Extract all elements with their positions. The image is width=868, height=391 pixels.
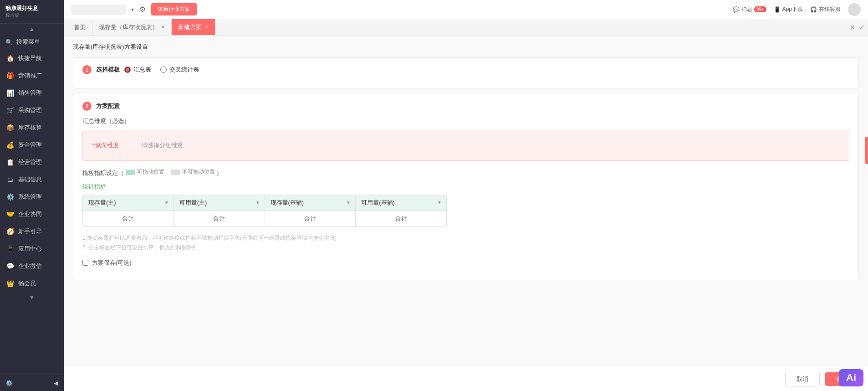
sidebar-scroll-up[interactable]: ▲: [0, 24, 64, 34]
online-service-btn[interactable]: 🎧 在线客服: [810, 5, 841, 13]
sidebar-item-new-guide[interactable]: 🧭 新手引导: [0, 223, 64, 240]
sidebar-item-app-center[interactable]: 📱 应用中心: [0, 240, 64, 257]
ai-badge[interactable]: Ai: [839, 369, 863, 386]
sidebar-item-sales[interactable]: 📊 销售管理: [0, 84, 64, 102]
handshake-icon: 🤝: [5, 211, 15, 218]
step2-card: 2 方案配置 汇总维度（必选） *纵向维度 —— 请选择分组维度 模板指标设定（: [73, 94, 859, 280]
sidebar-item-label: 应用中心: [18, 245, 42, 253]
radio-summary[interactable]: 汇总表: [124, 66, 151, 74]
sidebar-item-members[interactable]: 👑 畅会员: [0, 275, 64, 292]
user-avatar[interactable]: [848, 3, 861, 16]
mobile-icon: 📱: [5, 245, 15, 252]
tabs-bar: 首页 现存量（库存状况表） ✕ 新建方案 ✕ ✕ ⤢: [64, 19, 868, 36]
save-option-label: 方案保存(可选): [92, 259, 132, 267]
wechat-icon: 💬: [5, 262, 15, 270]
stats-col-4-arrow[interactable]: ▾: [438, 200, 441, 206]
stats-col-1-label: 现存量(主): [88, 199, 116, 207]
gift-icon: 🎁: [5, 72, 15, 79]
sales-icon: 📊: [5, 89, 15, 97]
sidebar-item-enterprise-wechat[interactable]: 💬 企业微信: [0, 257, 64, 275]
step1-title: 选择模板: [96, 66, 120, 74]
right-scroll-handle[interactable]: [865, 137, 868, 164]
legend-non-draggable: 不可拖动位置: [171, 168, 215, 176]
topbar-search-input[interactable]: [71, 5, 126, 15]
stats-col-2-header[interactable]: 可用量(主) ▾: [174, 195, 265, 211]
sidebar-item-operations[interactable]: 📋 经营管理: [0, 154, 64, 171]
tab-inventory-label: 现存量（库存状况表）: [99, 23, 158, 31]
folder-icon: 🗂: [5, 176, 15, 183]
sidebar-item-system[interactable]: ⚙️ 系统管理: [0, 188, 64, 206]
stats-table: 现存量(主) ▾ 可用量(主) ▾ 现存量(基辅: [82, 195, 447, 227]
app-download-label: App下载: [782, 5, 803, 13]
sidebar-item-inventory[interactable]: 📦 库存核算: [0, 119, 64, 136]
stats-col-4-header[interactable]: 可用量(基辅) ▾: [356, 195, 446, 211]
dimension-area[interactable]: *纵向维度 —— 请选择分组维度: [82, 130, 849, 161]
radio-cross-input[interactable]: [160, 67, 167, 73]
radio-cross-label: 交叉统计表: [169, 66, 199, 74]
message-btn[interactable]: 💬 消息 99+: [733, 5, 766, 13]
tab-close-btn[interactable]: ✕: [850, 24, 855, 31]
gear-icon: ⚙️: [5, 193, 15, 201]
tab-home[interactable]: 首页: [67, 19, 92, 35]
step1-number: 1: [82, 65, 92, 74]
stats-col-4-label: 可用量(基辅): [361, 199, 395, 207]
stats-col-4: 可用量(基辅) ▾: [356, 195, 446, 211]
sidebar-item-finance[interactable]: 💰 资金管理: [0, 136, 64, 154]
stats-col-1-header[interactable]: 现存量(主) ▾: [83, 195, 174, 211]
headset-icon: 🎧: [810, 6, 817, 13]
sidebar-item-label: 快捷导航: [18, 54, 42, 62]
stats-table-body: 合计 合计 合计 合计: [83, 211, 446, 226]
save-checkbox[interactable]: [82, 260, 88, 266]
home-icon: 🏠: [5, 55, 15, 62]
save-option: 方案保存(可选): [82, 253, 849, 273]
non-draggable-label: 不可拖动位置: [182, 168, 215, 176]
sidebar-item-label: 新手引导: [18, 227, 42, 236]
indicator-legend: 可拖动位置 不可拖动位置: [126, 168, 215, 176]
stats-body-col-1-value: 合计: [83, 211, 174, 226]
money-icon: 💰: [5, 141, 15, 149]
radio-summary-input[interactable]: [124, 67, 131, 73]
tab-new-plan-label: 新建方案: [178, 23, 202, 31]
sidebar-search[interactable]: 🔍 搜索菜单: [0, 34, 64, 50]
stats-col-1-arrow[interactable]: ▾: [165, 200, 168, 206]
industry-btn[interactable]: 体验行业方案: [151, 3, 197, 15]
main-area: ▾ ⚙ 体验行业方案 💬 消息 99+ 📱 App下载 🎧 在线客服 首页: [64, 0, 868, 391]
sidebar-item-enterprise[interactable]: 🤝 企业协同: [0, 206, 64, 223]
sidebar-item-label: 畅会员: [18, 279, 36, 288]
settings-icon[interactable]: ⚙️: [5, 380, 13, 386]
app-download-btn[interactable]: 📱 App下载: [774, 5, 803, 13]
sidebar-item-basic-info[interactable]: 🗂 基础信息: [0, 171, 64, 188]
sidebar-item-quick-nav[interactable]: 🏠 快捷导航: [0, 50, 64, 67]
radio-cross[interactable]: 交叉统计表: [160, 66, 199, 74]
stats-body-col-2: 合计: [174, 211, 265, 226]
cancel-button[interactable]: 取消: [785, 372, 820, 386]
topbar-dropdown-button[interactable]: ▾: [131, 6, 134, 13]
sidebar-item-purchase[interactable]: 🛒 采购管理: [0, 102, 64, 119]
stats-col-3-arrow[interactable]: ▾: [347, 200, 350, 206]
tab-inventory-close-icon[interactable]: ✕: [161, 24, 165, 30]
stats-title: 统计指标: [82, 183, 849, 191]
message-badge: 99+: [754, 6, 766, 12]
sidebar-item-label: 资金管理: [18, 141, 42, 149]
message-icon: 💬: [733, 6, 740, 13]
app-name: 畅康通好生意: [5, 5, 58, 12]
stats-col-2: 可用量(主) ▾: [174, 195, 265, 211]
tab-new-plan-close-icon[interactable]: ✕: [204, 24, 209, 30]
tab-inventory[interactable]: 现存量（库存状况表） ✕: [92, 19, 172, 35]
footer: 取消 查询: [64, 367, 868, 391]
collapse-icon[interactable]: ◀: [54, 380, 58, 386]
sidebar-item-label: 企业微信: [18, 262, 42, 270]
stats-col-1: 现存量(主) ▾: [83, 195, 174, 211]
sidebar-scroll-down[interactable]: ▼: [0, 292, 64, 303]
message-label: 消息: [741, 5, 752, 13]
stats-col-3-header[interactable]: 现存量(基辅) ▾: [265, 195, 356, 211]
indicator-settings-label: 模板指标设定（ 可拖动位置 不可拖动位置 ）: [82, 168, 849, 177]
stats-col-2-arrow[interactable]: ▾: [256, 200, 259, 206]
tab-expand-btn[interactable]: ⤢: [859, 24, 864, 31]
compass-icon: 🧭: [5, 228, 15, 235]
tab-new-plan[interactable]: 新建方案 ✕: [172, 19, 215, 35]
indicator-label-close: ）: [216, 170, 222, 176]
template-radio-group: 汇总表 交叉统计表: [124, 66, 199, 74]
sidebar-item-marketing[interactable]: 🎁 营销推广: [0, 67, 64, 84]
topbar-settings-button[interactable]: ⚙: [139, 5, 146, 14]
